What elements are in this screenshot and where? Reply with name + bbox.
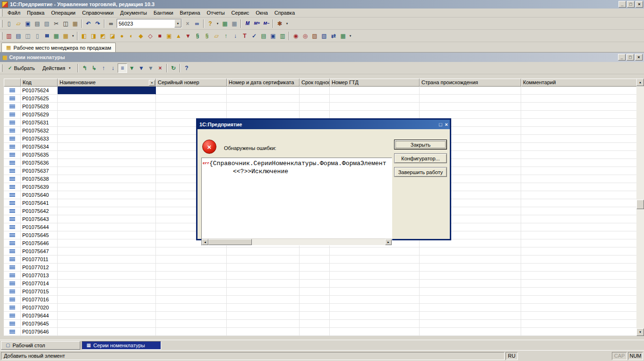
- menu-item[interactable]: Витрина: [177, 9, 204, 17]
- combo-dropdown-button[interactable]: ▾: [174, 19, 181, 27]
- table-row[interactable]: P01077013: [4, 272, 636, 280]
- menubar-grip[interactable]: [1, 9, 2, 17]
- table-row[interactable]: P01077014: [4, 280, 636, 288]
- scroll-up-button[interactable]: ▲: [636, 79, 644, 86]
- card-file-icon[interactable]: ▣: [268, 31, 278, 41]
- cash-in-icon[interactable]: ●: [117, 31, 127, 41]
- menu-item[interactable]: Файл: [4, 9, 24, 17]
- sort-desc-icon[interactable]: ↓: [108, 63, 118, 73]
- sort-menu-button[interactable]: ▾: [149, 80, 155, 86]
- payment-out-icon[interactable]: ◇: [146, 31, 155, 41]
- dropdown-caret-icon[interactable]: ▾: [284, 19, 290, 28]
- find-icon[interactable]: ∞: [106, 19, 116, 28]
- quit-button[interactable]: Завершить работу: [394, 167, 447, 177]
- tab-nomenclature-series[interactable]: ▦ Серии номенклатуры: [82, 341, 161, 350]
- header-certificate[interactable]: Номер и дата сертификата: [227, 79, 300, 87]
- next-level-up-icon[interactable]: ↰: [80, 63, 89, 73]
- export-icon[interactable]: ↑: [221, 31, 231, 41]
- currency-out-icon[interactable]: §: [202, 31, 212, 41]
- notes-icon[interactable]: ▥: [278, 31, 287, 41]
- currency-in-icon[interactable]: §: [193, 31, 202, 41]
- cut-icon[interactable]: ✂: [52, 19, 61, 28]
- scroll-track[interactable]: [252, 239, 385, 245]
- dialog-horizontal-scrollbar[interactable]: ◄ ►: [202, 238, 392, 245]
- error-text-box[interactable]: err {Справочник.СерииНоменклатуры.Форма.…: [201, 158, 392, 246]
- cash-out-icon[interactable]: ◐: [127, 31, 136, 41]
- new-document-icon[interactable]: ▯: [4, 19, 14, 28]
- table-row[interactable]: P01075647: [4, 247, 636, 255]
- filter-settings-icon[interactable]: ▼: [146, 63, 155, 73]
- minimize-button[interactable]: _: [618, 1, 626, 8]
- configurator-button[interactable]: Конфигуратор...: [394, 153, 447, 163]
- finance-report-icon[interactable]: ▧: [319, 31, 329, 41]
- table-row[interactable]: P01077011: [4, 255, 636, 264]
- function-panel-tab[interactable]: ▦ Рабочее место менеджера по продажам: [1, 43, 116, 52]
- address-book-icon[interactable]: ▥: [4, 31, 14, 41]
- dialog-maximize-button[interactable]: □: [439, 122, 442, 127]
- tax-invoice-icon[interactable]: Т: [240, 31, 249, 41]
- menu-item[interactable]: Справочники: [79, 9, 117, 17]
- toolbar-grip[interactable]: [1, 32, 2, 40]
- table-row[interactable]: P01079646: [4, 328, 636, 336]
- registry-icon[interactable]: ▤: [259, 31, 268, 41]
- undo-icon[interactable]: ↶: [84, 19, 93, 28]
- table-row[interactable]: P01075628: [4, 103, 636, 111]
- goods-receipt-icon[interactable]: ◩: [98, 31, 108, 41]
- vertical-scrollbar[interactable]: ▲ ▼: [636, 79, 644, 336]
- menu-item[interactable]: Бантики: [150, 9, 177, 17]
- maximize-button[interactable]: □: [627, 1, 635, 8]
- dropdown-caret-icon[interactable]: ▾: [215, 19, 220, 28]
- import-icon[interactable]: ↓: [231, 31, 240, 41]
- table-row[interactable]: P01075625: [4, 95, 636, 103]
- header-code[interactable]: Код: [21, 79, 58, 87]
- save-icon[interactable]: ▣: [23, 19, 33, 28]
- contractors-icon[interactable]: ▮▮: [42, 31, 52, 41]
- table-new-icon[interactable]: ▦: [220, 19, 230, 28]
- dropdown-caret-icon[interactable]: ▾: [70, 31, 76, 41]
- search-combo-input[interactable]: [117, 21, 174, 26]
- table-menu-icon[interactable]: ▦: [61, 31, 70, 41]
- menu-item[interactable]: Сервис: [228, 9, 253, 17]
- table-row[interactable]: P01079644: [4, 312, 636, 320]
- close-button[interactable]: ×: [635, 1, 643, 8]
- toolbar-grip[interactable]: [1, 20, 2, 27]
- memory-plus-icon[interactable]: M+: [252, 19, 262, 28]
- table-row[interactable]: P01075629: [4, 111, 636, 119]
- customer-order-icon[interactable]: ◧: [79, 31, 89, 41]
- header-gtd[interactable]: Номер ГТД: [330, 79, 420, 87]
- child-close-button[interactable]: ×: [635, 54, 643, 61]
- scroll-right-button[interactable]: ►: [385, 239, 392, 245]
- scroll-down-button[interactable]: ▼: [636, 328, 644, 336]
- goods-issue-icon[interactable]: ◪: [108, 31, 117, 41]
- filter-by-value-icon[interactable]: ▼: [137, 63, 146, 73]
- refresh-icon[interactable]: ↻: [169, 63, 178, 73]
- tab-desktop[interactable]: ▢ Рабочий стол: [1, 341, 80, 350]
- header-name[interactable]: Наименование ▾: [58, 79, 156, 87]
- actions-button[interactable]: Действия ▾: [39, 63, 76, 73]
- payment-in-icon[interactable]: ◆: [136, 31, 146, 41]
- header-shelf-life[interactable]: Срок годнос...: [300, 79, 330, 87]
- copy-icon[interactable]: ◫: [61, 19, 70, 28]
- menu-item[interactable]: Справка: [271, 9, 298, 17]
- find-next-icon[interactable]: ∞: [192, 19, 202, 28]
- filter-icon[interactable]: ▼: [127, 63, 137, 73]
- menu-item[interactable]: Отчеты: [204, 9, 228, 17]
- scroll-thumb[interactable]: [636, 200, 644, 209]
- help-icon[interactable]: ?: [182, 63, 191, 73]
- scroll-thumb[interactable]: [208, 239, 252, 245]
- table-row[interactable]: P01075624: [4, 87, 636, 95]
- supplier-order-icon[interactable]: ◨: [89, 31, 98, 41]
- open-icon[interactable]: ▱: [14, 19, 23, 28]
- table-open-icon[interactable]: ▦: [230, 19, 239, 28]
- toolbar-grip[interactable]: [1, 64, 2, 72]
- settings-report-icon[interactable]: ▨: [310, 31, 319, 41]
- table-row[interactable]: P01077020: [4, 304, 636, 312]
- memory-minus-icon[interactable]: M−: [262, 19, 271, 28]
- close-dialog-button[interactable]: Закрыть: [394, 140, 447, 150]
- next-level-down-icon[interactable]: ↳: [89, 63, 99, 73]
- data-exchange-icon[interactable]: ⇄: [329, 31, 338, 41]
- table-row[interactable]: P01077012: [4, 264, 636, 272]
- select-button[interactable]: ✓ Выбрать: [4, 63, 39, 73]
- menu-item[interactable]: Операции: [48, 9, 78, 17]
- table-row[interactable]: P01079645: [4, 320, 636, 328]
